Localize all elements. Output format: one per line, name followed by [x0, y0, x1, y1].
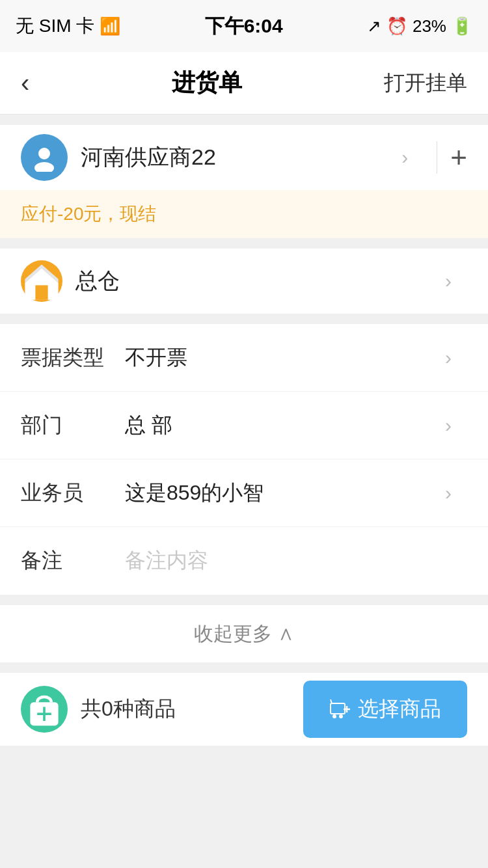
product-bag-icon — [21, 686, 68, 733]
back-button[interactable]: ‹ — [21, 68, 29, 98]
collapse-label: 收起更多 ∧ — [194, 621, 293, 647]
person-icon — [30, 143, 59, 172]
svg-point-10 — [339, 714, 343, 718]
svg-point-9 — [332, 714, 336, 718]
bottom-bar: 共0种商品 选择商品 — [0, 673, 488, 746]
page-title: 进货单 — [172, 67, 242, 99]
bag-svg — [21, 686, 68, 733]
department-label: 部门 — [21, 411, 112, 440]
remark-label: 备注 — [21, 547, 112, 575]
ticket-type-chevron-icon: › — [445, 347, 452, 369]
alarm-icon: ⏰ — [386, 16, 407, 36]
notice-text: 应付-20元，现结 — [21, 204, 156, 224]
department-row[interactable]: 部门 总 部 › — [0, 392, 488, 459]
ticket-type-label: 票据类型 — [21, 344, 112, 372]
warehouse-name: 总仓 — [75, 266, 445, 296]
status-time: 下午6:04 — [205, 13, 283, 40]
battery-icon: 🔋 — [452, 16, 472, 36]
status-bar: 无 SIM 卡 📶 下午6:04 ↗ ⏰ 23% 🔋 — [0, 0, 488, 52]
collapse-row[interactable]: 收起更多 ∧ — [0, 605, 488, 662]
warehouse-chevron-icon: › — [445, 270, 452, 292]
salesperson-label: 业务员 — [21, 479, 112, 508]
department-chevron-icon: › — [445, 414, 452, 437]
svg-rect-3 — [35, 285, 47, 299]
supplier-chevron-icon: › — [401, 146, 408, 169]
svg-point-0 — [38, 148, 50, 159]
add-supplier-button[interactable]: + — [450, 141, 467, 174]
open-pending-button[interactable]: 打开挂单 — [384, 69, 467, 98]
supplier-avatar — [21, 134, 68, 181]
supplier-name: 河南供应商22 — [81, 142, 401, 172]
nav-bar: ‹ 进货单 打开挂单 — [0, 52, 488, 115]
status-right: ↗ ⏰ 23% 🔋 — [367, 16, 472, 36]
ticket-type-value: 不开票 — [125, 344, 445, 372]
cart-add-icon — [329, 698, 351, 720]
warehouse-row[interactable]: 总仓 › — [0, 249, 488, 314]
battery-text: 23% — [413, 16, 446, 36]
svg-point-1 — [34, 162, 54, 172]
remark-input[interactable]: 备注内容 — [125, 547, 467, 575]
select-product-button[interactable]: 选择商品 — [303, 681, 467, 738]
svg-rect-8 — [331, 703, 345, 714]
department-value: 总 部 — [125, 411, 445, 440]
svg-line-11 — [331, 699, 332, 703]
salesperson-value: 这是859的小智 — [125, 479, 445, 508]
carrier-text: 无 SIM 卡 — [16, 14, 94, 38]
status-carrier: 无 SIM 卡 📶 — [16, 14, 120, 38]
notice-bar: 应付-20元，现结 — [0, 190, 488, 238]
warehouse-icon — [21, 260, 62, 302]
salesperson-chevron-icon: › — [445, 482, 452, 504]
ticket-type-row[interactable]: 票据类型 不开票 › — [0, 324, 488, 392]
supplier-row[interactable]: 河南供应商22 › + — [0, 125, 488, 190]
wifi-icon: 📶 — [100, 16, 120, 36]
select-product-label: 选择商品 — [358, 695, 441, 724]
location-icon: ↗ — [367, 16, 381, 36]
product-count-label: 共0种商品 — [81, 695, 303, 724]
supplier-row-divider — [437, 141, 437, 174]
divider-top — [0, 115, 488, 125]
house-icon — [21, 260, 62, 302]
remark-row[interactable]: 备注 备注内容 — [0, 527, 488, 595]
salesperson-row[interactable]: 业务员 这是859的小智 › — [0, 459, 488, 527]
form-section: 票据类型 不开票 › 部门 总 部 › 业务员 这是859的小智 › 备注 备注… — [0, 324, 488, 595]
